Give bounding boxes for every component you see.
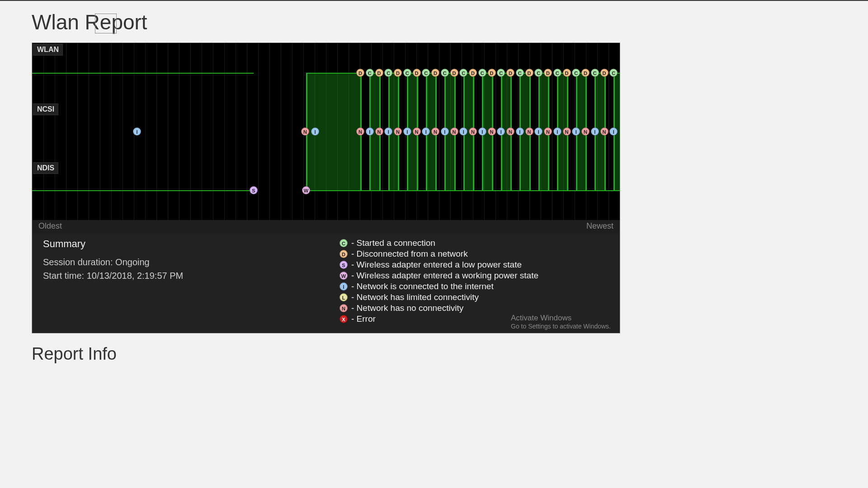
legend-marker-w: W [340,272,348,280]
event-marker-i[interactable]: I [422,127,430,136]
event-marker-c[interactable]: C [572,69,580,77]
event-marker-d[interactable]: D [544,69,552,77]
info-row: Summary Session duration: Ongoing Start … [32,234,620,333]
legend-row: C- Started a connection [340,238,609,248]
event-marker-d[interactable]: D [525,69,533,77]
event-marker-c[interactable]: C [459,69,467,77]
time-newest-label: Newest [586,221,613,231]
event-marker-n[interactable]: N [525,127,533,136]
event-marker-d[interactable]: D [356,69,364,77]
start-time-value: 10/13/2018, 2:19:57 PM [87,271,184,281]
event-marker-i[interactable]: I [609,127,618,136]
event-marker-d[interactable]: D [469,69,477,77]
legend-text: - Disconnected from a network [351,249,468,259]
legend-text: - Wireless adapter entered a low power s… [351,260,522,270]
event-marker-c[interactable]: C [516,69,524,77]
event-marker-n[interactable]: N [394,127,402,136]
event-marker-i[interactable]: I [497,127,505,136]
watermark-line1: Activate Windows [511,314,611,323]
event-marker-d[interactable]: D [506,69,514,77]
event-marker-i[interactable]: I [311,127,319,136]
legend-row: S- Wireless adapter entered a low power … [340,260,609,270]
event-marker-n[interactable]: N [506,127,514,136]
event-marker-d[interactable]: D [581,69,590,77]
legend-text: - Wireless adapter entered a working pow… [351,271,538,281]
event-marker-n[interactable]: N [413,127,421,136]
event-marker-d[interactable]: D [431,69,439,77]
legend-marker-n: N [340,304,348,312]
legend-text: - Network has limited connectivity [351,292,479,302]
event-marker-n[interactable]: N [431,127,439,136]
event-marker-i[interactable]: I [572,127,580,136]
legend-marker-x: X [340,315,348,323]
event-marker-n[interactable]: N [356,127,364,136]
event-marker-d[interactable]: D [413,69,421,77]
event-marker-c[interactable]: C [403,69,411,77]
wlan-report-panel: WLAN NCSI NDIS DCDCDCDCDCDCDCDCDCDCDCDCD… [32,42,620,333]
event-marker-d[interactable]: D [563,69,571,77]
event-marker-n[interactable]: N [600,127,609,136]
event-marker-c[interactable]: C [534,69,542,77]
event-marker-d[interactable]: D [600,69,609,77]
legend-text: - Network is connected to the internet [351,282,494,291]
timeline-chart[interactable]: WLAN NCSI NDIS DCDCDCDCDCDCDCDCDCDCDCDCD… [32,43,620,220]
legend-marker-i: I [340,282,348,291]
event-marker-c[interactable]: C [441,69,449,77]
event-marker-i[interactable]: I [133,127,141,136]
legend-marker-c: C [340,239,348,247]
event-marker-i[interactable]: I [516,127,524,136]
lane-label-ncsi: NCSI [33,103,58,115]
legend-marker-s: S [340,261,348,269]
legend-row: I- Network is connected to the internet [340,282,609,291]
legend-text: - Started a connection [351,238,435,248]
event-marker-c[interactable]: C [478,69,486,77]
event-marker-i[interactable]: I [534,127,542,136]
legend-row: D- Disconnected from a network [340,249,609,259]
event-marker-c[interactable]: C [422,69,430,77]
legend-marker-l: L [340,293,348,301]
event-marker-i[interactable]: I [459,127,467,136]
lane-label-wlan: WLAN [33,44,63,56]
event-marker-n[interactable]: N [544,127,552,136]
event-marker-d[interactable]: D [450,69,458,77]
event-marker-w[interactable]: W [302,186,310,194]
legend-block: C- Started a connectionD- Disconnected f… [340,238,609,325]
event-marker-c[interactable]: C [553,69,561,77]
event-marker-i[interactable]: I [591,127,599,136]
event-marker-c[interactable]: C [384,69,392,77]
event-marker-n[interactable]: N [563,127,571,136]
watermark-line2: Go to Settings to activate Windows. [511,323,611,330]
event-marker-n[interactable]: N [581,127,590,136]
event-marker-i[interactable]: I [441,127,449,136]
event-marker-c[interactable]: C [366,69,374,77]
lane-label-ndis: NDIS [33,162,58,174]
event-marker-n[interactable]: N [450,127,458,136]
section-report-info: Report Info [32,344,836,364]
event-marker-i[interactable]: I [366,127,374,136]
summary-heading: Summary [43,238,312,250]
event-marker-n[interactable]: N [375,127,383,136]
start-time-label: Start time: [43,271,84,281]
legend-row: N- Network has no connectivity [340,303,609,313]
event-marker-i[interactable]: I [384,127,392,136]
event-marker-c[interactable]: C [609,69,618,77]
event-marker-n[interactable]: N [488,127,496,136]
event-marker-n[interactable]: N [301,127,309,136]
event-marker-i[interactable]: I [403,127,411,136]
summary-start-time: Start time: 10/13/2018, 2:19:57 PM [43,269,312,282]
page-title: Wlan Report [32,10,836,34]
event-marker-s[interactable]: S [250,186,258,194]
event-marker-d[interactable]: D [488,69,496,77]
title-text: Wlan Report [32,10,147,34]
event-marker-d[interactable]: D [375,69,383,77]
time-axis: Oldest Newest [32,220,620,234]
event-marker-d[interactable]: D [394,69,402,77]
event-marker-c[interactable]: C [497,69,505,77]
event-marker-i[interactable]: I [478,127,486,136]
event-marker-n[interactable]: N [469,127,477,136]
event-marker-c[interactable]: C [591,69,599,77]
summary-session-duration: Session duration: Ongoing [43,255,312,269]
event-marker-i[interactable]: I [553,127,561,136]
activate-windows-watermark: Activate Windows Go to Settings to activ… [511,314,611,330]
time-oldest-label: Oldest [38,221,62,231]
